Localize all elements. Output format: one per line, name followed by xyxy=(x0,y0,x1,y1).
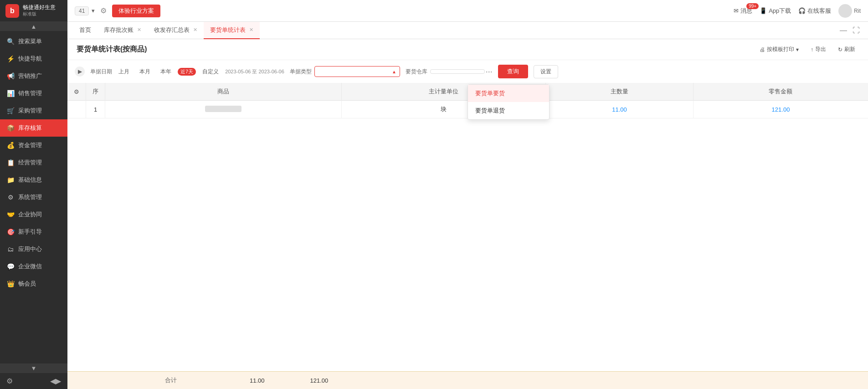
appstore-icon: 🗂 xyxy=(6,245,15,253)
tab-receipts[interactable]: 收发存汇总表 ✕ xyxy=(148,22,204,39)
page-header: 要货单统计表(按商品) 🖨 按模板打印 ▾ ↑ 导出 ↻ 刷新 xyxy=(67,39,868,60)
tab-batch[interactable]: 库存批次账 ✕ xyxy=(98,22,148,39)
header-gear-icon[interactable]: ⚙ xyxy=(100,6,107,15)
sidebar-label-sales: 销售管理 xyxy=(18,89,42,97)
query-button[interactable]: 查询 xyxy=(498,65,528,78)
sidebar-item-search[interactable]: 🔍 搜索菜单 xyxy=(0,33,67,50)
service-icon: 🎧 xyxy=(798,7,806,14)
footer-label: 合计 xyxy=(165,376,177,384)
export-btn[interactable]: ↑ 导出 xyxy=(807,44,830,55)
row-product xyxy=(105,101,342,118)
row-qty-link[interactable]: 11.00 xyxy=(612,106,627,113)
sidebar-label-guide: 新手引导 xyxy=(18,228,42,236)
app-download-btn[interactable]: 📱 App下载 xyxy=(760,7,791,15)
date-custom-btn[interactable]: 自定义 xyxy=(199,67,222,77)
date-this-month-btn[interactable]: 本月 xyxy=(136,67,154,77)
page-title: 要货单统计表(按商品) xyxy=(77,45,147,54)
dropdown-item-th[interactable]: 要货单退货 xyxy=(468,102,549,119)
type-select-wrapper: ▲ xyxy=(314,66,400,77)
sidebar-label-finance: 资金管理 xyxy=(18,141,42,149)
tab-minimize-icon[interactable]: — xyxy=(837,26,850,35)
sidebar-label-appstore: 应用中心 xyxy=(18,245,42,253)
date-this-year-btn[interactable]: 本年 xyxy=(157,67,175,77)
tab-order-stat-close[interactable]: ✕ xyxy=(249,27,253,33)
store-selector[interactable]: 41 ▾ xyxy=(75,6,95,15)
warehouse-select[interactable] xyxy=(430,69,485,74)
sidebar-item-quicknav[interactable]: ⚡ 快捷导航 xyxy=(0,50,67,67)
service-btn[interactable]: 🎧 在线客服 xyxy=(798,7,831,15)
message-btn[interactable]: ✉ 消息 99+ xyxy=(734,7,752,15)
table-container: ⚙ 序 商品 主计量单位 主数量 零售金额 1 xyxy=(67,83,868,371)
app-name: 畅捷通好生意 xyxy=(23,4,56,11)
type-dropdown-menu: 要货单要货 要货单退货 xyxy=(467,84,550,120)
enterprise-icon: 🤝 xyxy=(6,210,15,219)
filter-expand-btn[interactable]: ▶ xyxy=(75,67,85,77)
sidebar-item-enterprise[interactable]: 🤝 企业协同 xyxy=(0,206,67,223)
sidebar-item-basic[interactable]: 📁 基础信息 xyxy=(0,171,67,189)
settings-icon[interactable]: ⚙ xyxy=(6,377,13,385)
content-area: 要货单统计表(按商品) 🖨 按模板打印 ▾ ↑ 导出 ↻ 刷新 ▶ xyxy=(67,39,868,389)
print-icon: 🖨 xyxy=(760,46,765,53)
tab-home-label: 首页 xyxy=(79,26,91,34)
app-edition: 标准版 xyxy=(23,11,56,17)
sidebar-label-marketing: 营销推广 xyxy=(18,72,42,80)
collapse-icon[interactable]: ◀▶ xyxy=(50,377,61,385)
warehouse-filter-label: 要货仓库 xyxy=(406,68,427,76)
sidebar-item-guide[interactable]: 🎯 新手引导 xyxy=(0,223,67,241)
user-avatar-btn[interactable]: Rit xyxy=(838,4,861,18)
warehouse-filter-group: 要货仓库 ··· xyxy=(406,67,493,77)
tab-receipts-close[interactable]: ✕ xyxy=(193,27,197,33)
row-amount-link[interactable]: 121.00 xyxy=(772,106,790,113)
tab-batch-close[interactable]: ✕ xyxy=(137,27,141,33)
tabs-bar: 首页 库存批次账 ✕ 收发存汇总表 ✕ 要货单统计表 ✕ — ⛶ xyxy=(67,22,868,39)
filter-more-icon[interactable]: ··· xyxy=(486,67,493,77)
tab-home[interactable]: 首页 xyxy=(73,22,98,39)
wechat-icon: 💬 xyxy=(6,262,15,271)
dropdown-item-yh[interactable]: 要货单要货 xyxy=(468,85,549,102)
date-last-month-btn[interactable]: 上月 xyxy=(115,67,133,77)
sidebar-label-wechat: 企业微信 xyxy=(18,262,42,271)
app-label: App下载 xyxy=(769,7,791,15)
sidebar-item-wechat[interactable]: 💬 企业微信 xyxy=(0,258,67,275)
sidebar-item-purchase[interactable]: 🛒 采购管理 xyxy=(0,102,67,119)
search-icon: 🔍 xyxy=(6,37,15,46)
sidebar-item-inventory[interactable]: 📦 库存核算 xyxy=(0,119,67,137)
type-select-input[interactable] xyxy=(314,66,400,77)
table-footer: 合计 11.00 121.00 xyxy=(67,371,868,389)
app-name-block: 畅捷通好生意 标准版 xyxy=(23,4,56,18)
sidebar-label-system: 系统管理 xyxy=(18,193,42,201)
sidebar-item-member[interactable]: 👑 畅会员 xyxy=(0,275,67,292)
sidebar-item-operation[interactable]: 📋 经营管理 xyxy=(0,154,67,171)
operation-icon: 📋 xyxy=(6,159,15,167)
export-icon: ↑ xyxy=(811,46,813,53)
app-logo-icon: b xyxy=(5,4,19,18)
tab-maximize-icon[interactable]: ⛶ xyxy=(850,26,863,35)
print-label: 按模板打印 xyxy=(767,46,794,53)
sidebar-scroll-up[interactable]: ▲ xyxy=(0,22,67,31)
print-btn[interactable]: 🖨 按模板打印 ▾ xyxy=(756,44,802,55)
refresh-icon: ↻ xyxy=(838,46,842,53)
tab-order-stat[interactable]: 要货单统计表 ✕ xyxy=(204,22,260,39)
sidebar-item-appstore[interactable]: 🗂 应用中心 xyxy=(0,241,67,258)
sidebar: b 畅捷通好生意 标准版 ▲ 🔍 搜索菜单 ⚡ 快捷导航 📢 营销推广 📊 销售… xyxy=(0,0,67,389)
main-area: 41 ▾ ⚙ 体验行业方案 ✉ 消息 99+ 📱 App下载 🎧 在线客服 Ri… xyxy=(67,0,868,389)
footer-amount: 121.00 xyxy=(310,377,329,384)
sidebar-item-marketing[interactable]: 📢 营销推广 xyxy=(0,67,67,85)
promo-button[interactable]: 体验行业方案 xyxy=(112,5,160,17)
date-7days-badge[interactable]: 近7天 xyxy=(178,68,196,76)
refresh-label: 刷新 xyxy=(844,46,855,53)
sidebar-item-system[interactable]: ⚙ 系统管理 xyxy=(0,189,67,206)
sidebar-item-sales[interactable]: 📊 销售管理 xyxy=(0,85,67,102)
product-skeleton xyxy=(205,106,241,112)
sidebar-scroll-down[interactable]: ▼ xyxy=(0,363,67,373)
sidebar-item-finance[interactable]: 💰 资金管理 xyxy=(0,137,67,154)
marketing-icon: 📢 xyxy=(6,72,15,80)
refresh-btn[interactable]: ↻ 刷新 xyxy=(834,44,859,55)
settings-button[interactable]: 设置 xyxy=(534,65,558,78)
col-qty: 主数量 xyxy=(546,83,693,101)
quicknav-icon: ⚡ xyxy=(6,55,15,63)
purchase-icon: 🛒 xyxy=(6,107,15,115)
col-settings[interactable]: ⚙ xyxy=(67,83,86,101)
row-num: 1 xyxy=(86,101,105,118)
header-right: ✉ 消息 99+ 📱 App下载 🎧 在线客服 Rit xyxy=(734,4,861,18)
